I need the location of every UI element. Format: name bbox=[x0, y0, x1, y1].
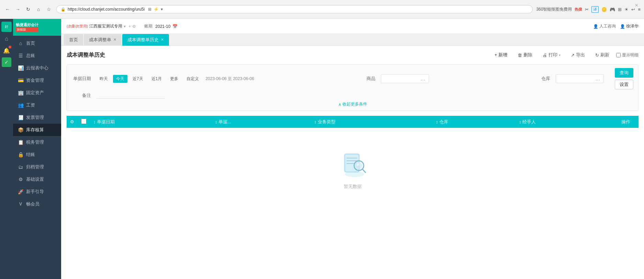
col-number[interactable]: ↕ 单据... bbox=[212, 116, 311, 128]
lightning-icon: ⚡ bbox=[154, 7, 159, 12]
game-icon[interactable]: 🎮 bbox=[610, 7, 615, 12]
query-button[interactable]: 查询 bbox=[615, 68, 633, 78]
delete-icon: 🗑 bbox=[518, 53, 522, 58]
ledger-icon: ☰ bbox=[18, 53, 23, 58]
tab-home-label: 首页 bbox=[69, 37, 78, 43]
user-name[interactable]: 👤 徐泽华 bbox=[620, 23, 639, 29]
export-button[interactable]: ↗ 导出 bbox=[567, 51, 588, 59]
col-date[interactable]: ↕ 单据日期 bbox=[90, 116, 212, 128]
icon-bar-active[interactable]: ✓ bbox=[2, 57, 11, 67]
sidebar-item-tax[interactable]: 📋 税务管理 bbox=[13, 136, 61, 148]
company-name: 江西服宝测试专用 bbox=[89, 23, 122, 29]
company-selector[interactable]: (勿删勿禁用) 江西服宝测试专用 ▾ + ⚙ bbox=[67, 23, 136, 29]
note-filter-label: 备注 bbox=[72, 92, 91, 99]
sidebar-item-assets[interactable]: 🏢 固定资产 bbox=[13, 87, 61, 99]
bookmark-button[interactable]: ☆ bbox=[45, 5, 53, 13]
date-btn-1month[interactable]: 近1月 bbox=[148, 75, 165, 83]
empty-illustration bbox=[336, 148, 370, 179]
brightness-icon[interactable]: ☀ bbox=[624, 7, 629, 12]
add-company-icon[interactable]: + bbox=[128, 24, 131, 29]
filter-settings-button[interactable]: 设置 bbox=[615, 80, 633, 89]
warehouse-dots[interactable]: ... bbox=[594, 76, 601, 82]
back-button[interactable]: ← bbox=[3, 5, 12, 13]
collapse-icon: ∧ bbox=[338, 102, 341, 107]
date-btn-today[interactable]: 今天 bbox=[113, 75, 127, 83]
product-filter-select[interactable]: ... bbox=[381, 74, 429, 83]
coin-icon[interactable]: 🪙 bbox=[601, 7, 607, 12]
page-content: 成本调整单历史 + 新增 🗑 删除 🖨 打印 ▾ ↗ 导出 bbox=[61, 46, 644, 279]
col-warehouse[interactable]: ↕ 仓库 bbox=[432, 116, 516, 128]
sidebar-logo-badge: 旗舰版 bbox=[16, 27, 38, 32]
assets-icon: 🏢 bbox=[18, 90, 23, 96]
col-warehouse-label: ↕ 仓库 bbox=[436, 119, 448, 124]
top-bar-actions: 👤 人工咨询 👤 徐泽华 bbox=[593, 23, 639, 29]
note-filter-input[interactable] bbox=[97, 92, 165, 99]
settings-icon[interactable]: ⚙ bbox=[70, 119, 74, 124]
tab-cost-adjust[interactable]: 成本调整单 ✕ bbox=[84, 34, 122, 46]
period-label: 账期 bbox=[144, 23, 152, 29]
calendar-icon[interactable]: 📅 bbox=[172, 24, 178, 29]
display-toggle-label: 显示明细 bbox=[622, 52, 639, 58]
date-btn-7days[interactable]: 近7天 bbox=[129, 75, 146, 83]
sidebar-item-invoice[interactable]: 🧾 发票管理 bbox=[13, 111, 61, 124]
url-text: https://cloud.chanjet.com/accounting/uru… bbox=[68, 7, 145, 12]
display-toggle-checkbox[interactable] bbox=[616, 53, 621, 57]
period-info: 账期 2021-10 📅 bbox=[144, 23, 178, 29]
sidebar-item-home[interactable]: ⌂ 首页 bbox=[13, 37, 61, 49]
tab-cost-adjust-close[interactable]: ✕ bbox=[113, 37, 116, 42]
icon-bar-home[interactable]: ⌂ bbox=[2, 34, 11, 44]
sidebar-label-tax: 税务管理 bbox=[26, 139, 44, 145]
collapse-button[interactable]: ∧ 收起更多条件 bbox=[338, 101, 367, 107]
sidebar-item-inventory[interactable]: 📦 库存核算 bbox=[13, 124, 61, 136]
warehouse-filter-select[interactable]: ... bbox=[556, 74, 604, 83]
reload-button[interactable]: ↻ bbox=[24, 5, 32, 13]
refresh-button[interactable]: ↻ 刷新 bbox=[592, 51, 613, 59]
date-btn-custom[interactable]: 自定义 bbox=[183, 75, 202, 83]
date-btn-more[interactable]: 更多 bbox=[167, 75, 181, 83]
home-button[interactable]: ⌂ bbox=[34, 5, 43, 13]
sidebar-item-close[interactable]: 🔒 结账 bbox=[13, 148, 61, 161]
col-biz-type-label: ↕ 业务类型 bbox=[314, 119, 336, 124]
col-settings[interactable]: ⚙ bbox=[67, 116, 78, 128]
top-bar: (勿删勿禁用) 江西服宝测试专用 ▾ + ⚙ 账期 2021-10 📅 👤 人工… bbox=[61, 19, 644, 34]
data-table: ⚙ ↕ 单据日期 ↕ 单据... ↕ 业务类型 bbox=[67, 116, 639, 128]
forward-button[interactable]: → bbox=[14, 5, 22, 13]
address-bar[interactable]: 🔒 https://cloud.chanjet.com/accounting/u… bbox=[56, 5, 533, 13]
translate-icon[interactable]: 译 bbox=[591, 6, 599, 13]
product-dots[interactable]: ... bbox=[419, 76, 427, 82]
print-button[interactable]: 🖨 打印 ▾ bbox=[539, 51, 564, 59]
funds-icon: 💳 bbox=[18, 78, 23, 83]
sidebar-item-reports[interactable]: 📊 云报表中心 bbox=[13, 62, 61, 74]
company-settings-icon[interactable]: ⚙ bbox=[132, 24, 136, 29]
print-dropdown-icon: ▾ bbox=[559, 53, 561, 57]
sidebar-item-salary[interactable]: 👥 工资 bbox=[13, 99, 61, 111]
display-toggle[interactable]: 显示明细 bbox=[616, 52, 639, 58]
tab-home[interactable]: 首页 bbox=[64, 34, 83, 46]
col-handler[interactable]: ↕ 经手人 bbox=[516, 116, 618, 128]
icon-bar-bell[interactable]: 🔔 bbox=[2, 46, 11, 55]
sidebar-item-member[interactable]: V 畅会员 bbox=[13, 198, 61, 210]
company-warning: (勿删勿禁用) bbox=[67, 24, 88, 29]
tab-cost-adjust-history-close[interactable]: ✕ bbox=[161, 37, 164, 42]
sidebar-logo-text: 畅捷通好会计 bbox=[16, 22, 38, 27]
tab-cost-adjust-history[interactable]: 成本调整单历史 ✕ bbox=[122, 34, 169, 46]
tab-cost-adjust-history-label: 成本调整单历史 bbox=[127, 37, 159, 43]
sidebar-label-home: 首页 bbox=[26, 40, 35, 46]
svg-line-8 bbox=[362, 169, 365, 172]
col-biz-type[interactable]: ↕ 业务类型 bbox=[311, 116, 432, 128]
sidebar-label-archive: 归档管理 bbox=[26, 164, 44, 170]
new-button[interactable]: + 新增 bbox=[491, 51, 511, 59]
apps-icon[interactable]: ⊞ bbox=[618, 7, 622, 12]
col-check[interactable] bbox=[78, 116, 90, 128]
sidebar-item-funds[interactable]: 💳 资金管理 bbox=[13, 74, 61, 87]
scissors-icon[interactable]: ✂ bbox=[585, 7, 589, 12]
select-all-checkbox[interactable] bbox=[81, 119, 87, 124]
delete-button[interactable]: 🗑 删除 bbox=[514, 51, 536, 59]
sidebar-item-archive[interactable]: 🗂 归档管理 bbox=[13, 161, 61, 173]
sidebar-item-guide[interactable]: 🚀 新手引导 bbox=[13, 186, 61, 198]
sidebar-item-ledger[interactable]: ☰ 总账 bbox=[13, 49, 61, 62]
browser-chrome: ← → ↻ ⌂ ☆ 🔒 https://cloud.chanjet.com/ac… bbox=[0, 0, 644, 19]
user-service[interactable]: 👤 人工咨询 bbox=[593, 23, 616, 29]
date-btn-yesterday[interactable]: 昨天 bbox=[97, 75, 111, 83]
sidebar-item-settings[interactable]: ⚙ 基础设置 bbox=[13, 173, 61, 186]
